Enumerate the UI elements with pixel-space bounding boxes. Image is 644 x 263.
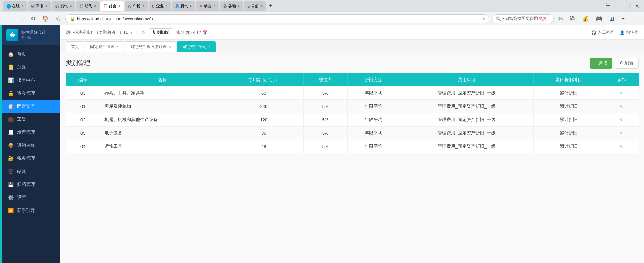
game-button[interactable]: 🎮	[594, 14, 605, 23]
browser-tab-tencent[interactable]: 腾 腾讯 ×	[172, 1, 195, 11]
user-info: 刘小艳演示账套（勿删勿动！）11 ▾ + ⚙	[66, 29, 146, 35]
cell-id-1: 01	[66, 100, 100, 113]
edit-icon-1[interactable]: ✎	[619, 104, 623, 109]
cell-actions-2[interactable]: ✎	[604, 113, 639, 127]
browser-tab-muqian[interactable]: S 目前 ×	[244, 1, 266, 11]
support-area[interactable]: 🎧 人工咨询	[591, 29, 614, 35]
page-tab-home[interactable]: 首页	[66, 41, 84, 52]
browser-tab-geshui[interactable]: W 个税 ×	[125, 1, 148, 11]
sidebar-label-fund: 资金管理	[17, 90, 35, 96]
sidebar-item-home[interactable]: 🏠 首页	[2, 48, 60, 61]
cell-method-1: 年限平均	[347, 100, 400, 113]
edit-icon-0[interactable]: ✎	[619, 91, 623, 96]
main-content: 刘小艳演示账套（勿删勿动！）11 ▾ + ⚙ 切到旧版 账期 2023-12 📅…	[60, 25, 644, 263]
bookmark-button[interactable]: ☆	[54, 14, 63, 23]
account-name: 刘小艳演示账套（勿删勿动！）11	[66, 29, 128, 35]
sidebar-label-guide: 新手引导	[17, 207, 35, 214]
browser-tab-yidai2[interactable]: 易 易代 ×	[76, 1, 100, 11]
settings-icon: ⚙️	[8, 194, 14, 201]
add-button[interactable]: + 新增	[590, 58, 612, 69]
sidebar-item-reports[interactable]: 📊 报表中心	[2, 74, 60, 87]
settings-browser-button[interactable]: ☀	[619, 14, 628, 23]
section-header: 类别管理 + 新增 C 刷新	[66, 58, 639, 69]
refresh-button[interactable]: C 刷新	[615, 58, 639, 69]
col-residual: 残值率	[303, 73, 347, 86]
cell-actions-4[interactable]: ✎	[604, 140, 639, 153]
sidebar-item-salary[interactable]: 💼 工资	[2, 113, 60, 126]
browser-tab-gedi[interactable]: 各 各地 ×	[220, 1, 243, 11]
tab-category-close[interactable]: ×	[209, 45, 211, 49]
cell-method-3: 年限平均	[347, 127, 400, 140]
new-tab-button[interactable]: +	[267, 1, 275, 11]
reports-icon: 📊	[8, 77, 14, 83]
person-icon: 👤	[620, 30, 625, 35]
close-button[interactable]: ✕	[633, 2, 641, 10]
cell-id-3: 05	[66, 127, 100, 140]
settings-account-button[interactable]: ⚙	[141, 30, 146, 35]
back-button[interactable]: ←	[4, 14, 14, 23]
browser-tab-haohui[interactable]: 好 好会 ×	[100, 1, 124, 11]
browser-tab-qiye[interactable]: C 企业 ×	[149, 1, 171, 11]
dropdown-icon[interactable]: ▾	[130, 30, 132, 35]
logo-text-area: 畅捷通好会计 专业版	[21, 30, 46, 40]
sidebar-label-fixed-assets: 固定资产	[17, 103, 35, 109]
cell-actions-3[interactable]: ✎	[604, 127, 639, 140]
edit-icon-2[interactable]: ✎	[619, 117, 623, 122]
minimize-button[interactable]: —	[611, 2, 620, 10]
sidebar-item-tax[interactable]: 🔐 税务管理	[2, 152, 60, 165]
cell-method-4: 年限平均	[347, 140, 400, 153]
sidebar-label-checkout: 结账	[17, 168, 26, 175]
sidebar-item-archive[interactable]: 💾 归档管理	[2, 178, 60, 191]
cell-actions-0[interactable]: ✎	[604, 86, 639, 100]
sidebar-item-invoice[interactable]: 🧾 发票管理	[2, 126, 60, 139]
translate-button[interactable]: 译	[568, 14, 577, 24]
cell-name-3: 电子设备	[100, 127, 224, 140]
cell-name-2: 机器、机械和其他生产设备	[100, 113, 224, 127]
sidebar-label-settings: 设置	[17, 194, 26, 201]
maximize-button[interactable]: ⬜	[622, 2, 632, 10]
browser-tab-online[interactable]: ⬤ 在线 ×	[3, 1, 27, 11]
tab-depreciation-close[interactable]: ×	[169, 45, 171, 49]
wallet-button[interactable]: 💰	[580, 14, 591, 23]
page-tab-fixed-assets-mgmt[interactable]: 固定资产管理 ×	[85, 41, 124, 52]
home-button[interactable]: 🏠	[40, 14, 51, 23]
cell-accumulated-3: 累计折旧	[533, 127, 604, 140]
forward-button[interactable]: →	[16, 14, 26, 23]
page-tab-category[interactable]: 固定资产类别 ×	[177, 41, 216, 52]
sidebar-item-fixed-assets[interactable]: 📋 固定资产	[2, 100, 60, 113]
sidebar-item-checkout[interactable]: 🖥️ 结账	[2, 165, 60, 178]
window-controls: 11 — ⬜ ✕	[606, 2, 641, 10]
browser-tab-new[interactable]: W 新版 ×	[28, 1, 51, 11]
page-tab-depreciation-table[interactable]: 固定资产折旧统计表 ×	[125, 41, 176, 52]
sidebar-item-guide[interactable]: ▶️ 新手引导	[2, 204, 60, 217]
more-button[interactable]: ⋮	[630, 14, 640, 23]
user-avatar[interactable]: 👤 徐泽华	[620, 29, 639, 35]
page-body: 类别管理 + 新增 C 刷新 编号 名称 使用期限（月） 残值率 折旧方法 费用…	[60, 52, 644, 263]
switch-version-btn[interactable]: 切到旧版	[150, 28, 172, 36]
cell-id-4: 04	[66, 140, 100, 153]
grid-button[interactable]: ⊞	[607, 14, 616, 23]
edit-icon-3[interactable]: ✎	[619, 131, 623, 136]
add-account-button[interactable]: +	[135, 30, 138, 35]
cell-actions-1[interactable]: ✎	[604, 100, 639, 113]
sidebar-logo: 会 畅捷通好会计 专业版	[2, 25, 60, 45]
sidebar-item-settings[interactable]: ⚙️ 设置	[2, 191, 60, 204]
calendar-icon[interactable]: 📅	[202, 30, 207, 35]
scissors-button[interactable]: ✂	[556, 14, 565, 23]
browser-tab-changtai[interactable]: M 畅提 ×	[196, 1, 219, 11]
sidebar-item-ledger[interactable]: 📒 总账	[2, 61, 60, 74]
tab-mgmt-close[interactable]: ×	[117, 45, 119, 49]
browser-tab-yidai1[interactable]: 易 易代 ×	[52, 1, 75, 11]
reload-button[interactable]: ↻	[29, 14, 37, 23]
col-name: 名称	[100, 73, 224, 86]
search-bar[interactable]: 🔍 360智能抠图免费用 热搜	[492, 14, 554, 23]
cell-expense-4: 管理费用_固定资产折旧_一级	[400, 140, 533, 153]
cell-residual-3: 5%	[303, 127, 347, 140]
address-bar[interactable]: 🔒 https://cloud.chanjet.com/accounting/u…	[65, 14, 489, 23]
edit-icon-4[interactable]: ✎	[619, 144, 623, 149]
period-label: 账期	[176, 29, 185, 35]
sidebar-item-inventory[interactable]: 📦 进销台账	[2, 139, 60, 152]
app-top-bar: 刘小艳演示账套（勿删勿动！）11 ▾ + ⚙ 切到旧版 账期 2023-12 📅…	[60, 25, 644, 40]
cell-name-0: 器具、工具、家具等	[100, 86, 224, 100]
sidebar-item-fund[interactable]: 🔒 资金管理	[2, 87, 60, 100]
